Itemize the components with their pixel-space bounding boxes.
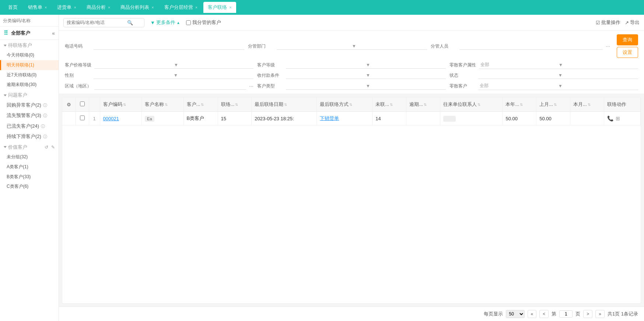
th-last-contact-method[interactable]: 最后联络方式 ⇅	[317, 97, 372, 112]
td-code[interactable]: 000021	[100, 112, 142, 125]
search-input[interactable]	[67, 20, 126, 25]
total-info: 共1页 1条记录	[608, 311, 638, 317]
th-name[interactable]: 客户名称 ⇅	[142, 97, 184, 112]
filter-cell-status: 状态 ▼	[449, 72, 638, 79]
status-select[interactable]: ▼	[478, 72, 638, 79]
sidebar-section-value[interactable]: 价值客户 ↺ ✎	[0, 142, 59, 152]
nav-close-icon[interactable]: ×	[195, 5, 197, 10]
export-button[interactable]: ↗ 导出	[625, 19, 640, 26]
sidebar-item-churn-warning[interactable]: 流失预警客户(3) ⓘ	[0, 110, 59, 121]
price-level-select[interactable]: ▼	[94, 62, 253, 69]
customer-code-link[interactable]: 000021	[103, 116, 119, 121]
phone-input[interactable]	[94, 43, 244, 50]
gender-select[interactable]: ▼	[94, 72, 253, 79]
th-overdue[interactable]: 逾期... ⇅	[406, 97, 440, 112]
sidebar-item-declining[interactable]: 持续下滑客户(2) ⓘ	[0, 131, 59, 142]
sidebar-item-churned[interactable]: 已流失客户(24) ⓘ	[0, 121, 59, 131]
th-gear[interactable]: ⚙	[62, 97, 76, 112]
gear-icon[interactable]: ⚙	[67, 102, 71, 107]
sidebar-item-repurchase-abnormal[interactable]: 回购异常客户(2) ⓘ	[0, 100, 59, 110]
sidebar-item-overdue-contact[interactable]: 逾期未联络(30)	[0, 80, 59, 90]
retail-attr-select[interactable]: 全部 ▼	[479, 61, 638, 69]
nav-close-icon[interactable]: ×	[151, 5, 154, 10]
payment-select[interactable]: ▼	[286, 72, 446, 79]
table-footer: 每页显示 50 100 200 « < 第 页 > » 共1页 1条记录	[59, 307, 644, 321]
filter-cell-payment: 收付款条件 ▼	[257, 72, 446, 79]
nav-purchase-order[interactable]: 进货单 ×	[53, 2, 80, 13]
nav-home[interactable]: 首页	[4, 2, 22, 13]
my-customers-checkbox[interactable]	[186, 20, 191, 25]
retail-customer-select[interactable]: 全部 ▼	[478, 82, 638, 90]
next-page-button[interactable]: >	[583, 310, 592, 318]
page-input[interactable]	[559, 310, 573, 318]
nav-product-analysis-list[interactable]: 商品分析列表 ×	[116, 2, 158, 13]
query-button[interactable]: 查询	[617, 34, 638, 45]
nav-sales-order[interactable]: 销售单 ×	[24, 2, 51, 13]
td-last-contact-method[interactable]: 下销货单	[317, 112, 372, 125]
batch-op-button[interactable]: ☑ 批量操作	[596, 19, 620, 26]
my-customers-checkbox-label[interactable]: 我分管的客户	[186, 19, 221, 26]
th-last-month[interactable]: 上月... ⇅	[536, 97, 570, 112]
nav-close-icon[interactable]: ×	[108, 5, 110, 10]
sidebar-collapse-icon[interactable]: «	[52, 30, 55, 36]
phone-label: 电话号码	[65, 43, 91, 49]
th-this-year[interactable]: 本年... ⇅	[503, 97, 536, 112]
customer-level-select[interactable]: ▼	[286, 62, 446, 69]
filter-cell-manager: 分管人员 ···	[431, 43, 610, 50]
sidebar-item-ungrouped[interactable]: 未分组(32)	[0, 152, 59, 162]
row-checkbox[interactable]	[80, 115, 85, 120]
edit-icon[interactable]: ✎	[51, 145, 55, 150]
grid-action-icon[interactable]: ⊞	[616, 115, 620, 121]
sidebar-item-c-customers[interactable]: C类客户(6)	[0, 182, 59, 191]
dept-select[interactable]: ▼	[277, 43, 427, 50]
nav-close-icon[interactable]: ×	[229, 5, 231, 10]
set-button[interactable]: 设置	[617, 47, 638, 58]
sidebar-search-input[interactable]	[3, 18, 58, 23]
sidebar-all-customers[interactable]: ⠿ 全部客户 «	[0, 27, 59, 40]
td-checkbox[interactable]	[76, 112, 89, 125]
refresh-icon[interactable]: ↺	[45, 145, 48, 150]
sidebar-item-a-customers[interactable]: A类客户(1)	[0, 162, 59, 172]
sidebar-item-b-customers[interactable]: B类客户(33)	[0, 172, 59, 182]
nav-close-icon[interactable]: ×	[74, 5, 76, 10]
td-contacts: 15	[218, 112, 252, 125]
last-page-button[interactable]: »	[595, 310, 605, 318]
sidebar-item-today-contact[interactable]: 今天待联络(0)	[0, 50, 59, 60]
first-page-button[interactable]: «	[528, 310, 537, 318]
per-page-label: 每页显示	[484, 311, 503, 317]
th-this-month[interactable]: 本月... ⇅	[570, 97, 604, 112]
th-contacts[interactable]: 联络... ⇅	[218, 97, 252, 112]
sidebar-section-pending[interactable]: 待联络客户	[0, 40, 59, 50]
th-unit-contact[interactable]: 往来单位联系人 ⇅	[440, 97, 503, 112]
sidebar-item-tomorrow-contact[interactable]: 明天待联络(1)	[0, 60, 59, 70]
sidebar-section-problem[interactable]: 问题客户	[0, 90, 59, 100]
filter-panel: 电话号码 分管部门 ▼ 分管人员 ··· 查询 设置	[59, 31, 644, 94]
select-all-checkbox[interactable]	[80, 101, 85, 106]
region-more-icon[interactable]: ···	[249, 83, 253, 89]
th-category[interactable]: 客户... ⇅	[183, 97, 218, 112]
top-navigation: 首页 销售单 × 进货单 × 商品分析 × 商品分析列表 × 客户分层经营 × …	[0, 0, 644, 15]
phone-action-icon[interactable]: 📞	[607, 115, 613, 121]
chevron-down-icon: ▼	[366, 62, 444, 68]
manager-input[interactable]	[459, 43, 603, 50]
th-checkbox[interactable]	[76, 97, 89, 112]
region-input[interactable]	[94, 83, 246, 90]
nav-customer-contact[interactable]: 客户联络 ×	[203, 2, 236, 13]
prev-page-button[interactable]: <	[539, 310, 549, 318]
nav-close-icon[interactable]: ×	[45, 5, 47, 10]
per-page-select[interactable]: 50 100 200	[506, 310, 525, 318]
sidebar-item-7days-contact[interactable]: 近7天待联络(0)	[0, 70, 59, 80]
more-filter-button[interactable]: ▼ 更多条件 ▲	[147, 18, 183, 27]
th-code[interactable]: 客户编码 ⇅	[100, 97, 142, 112]
search-icon[interactable]: 🔍	[127, 20, 133, 25]
contact-method-link[interactable]: 下销货单	[320, 115, 339, 121]
sidebar-search-wrapper: 🔍	[0, 15, 59, 27]
nav-customer-tier[interactable]: 客户分层经营 ×	[160, 2, 202, 13]
td-name[interactable]: Ea	[142, 112, 184, 125]
nav-product-analysis[interactable]: 商品分析 ×	[82, 2, 115, 13]
customer-type-select[interactable]: ▼	[286, 83, 446, 90]
manager-more-icon[interactable]: ···	[606, 43, 610, 49]
th-not-contacted[interactable]: 未联... ⇅	[372, 97, 406, 112]
th-last-contact-date[interactable]: 最后联络日期 ⇅	[252, 97, 317, 112]
filter-cell-retail-attr: 零散客户属性 全部 ▼	[449, 61, 638, 69]
